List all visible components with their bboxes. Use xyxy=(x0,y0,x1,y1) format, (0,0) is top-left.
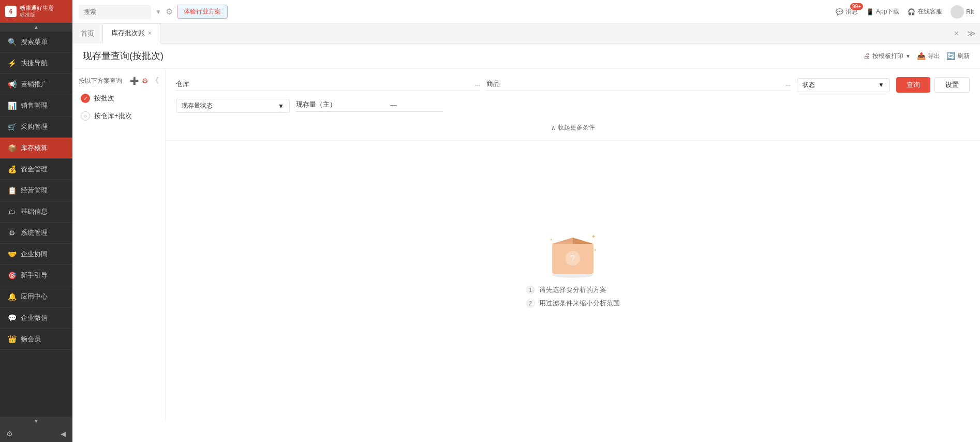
print-icon: 🖨 xyxy=(863,52,870,60)
purchase-icon: 🛒 xyxy=(7,122,17,131)
hint-text-2: 用过滤条件来缩小分析范围 xyxy=(539,299,620,308)
hint-text-1: 请先选择要分析的方案 xyxy=(539,285,606,294)
messages-action[interactable]: 💬 消息 99+ xyxy=(836,7,858,16)
sidebar-item-basic[interactable]: 🗂 基础信息 xyxy=(0,201,72,223)
sidebar-scroll-down[interactable]: ▼ xyxy=(0,417,72,425)
refresh-button[interactable]: 🔄 刷新 xyxy=(946,52,970,61)
inventory-qty-filter: 现存量（主） — xyxy=(296,100,442,112)
wechat-icon: 💬 xyxy=(7,313,17,322)
empty-hint-1: 1 请先选择要分析的方案 xyxy=(526,285,620,294)
inventory-status-dropdown-icon: ▼ xyxy=(278,102,284,110)
user-profile[interactable]: Rit xyxy=(951,5,974,19)
tab-panel-close-icon[interactable]: × xyxy=(950,27,963,40)
apps-icon: 🔔 xyxy=(7,292,17,301)
filter-settings-button[interactable]: 设置 xyxy=(934,77,970,93)
warehouse-more-icon[interactable]: ... xyxy=(475,80,480,87)
search-dropdown-icon[interactable]: ▼ xyxy=(155,8,161,16)
logo-icon: 6 xyxy=(5,6,17,17)
settings-gear-icon[interactable]: ⚙ xyxy=(6,430,13,438)
batch-scheme-icon: ✓ xyxy=(81,94,90,103)
user-name: Rit xyxy=(966,8,974,16)
operations-icon: 📋 xyxy=(7,186,17,195)
search-input[interactable] xyxy=(84,8,146,16)
left-panel-icons: ➕ ⚙ 《 xyxy=(130,76,159,85)
empty-illustration: ? ✦ ✦ ✦ xyxy=(542,223,604,275)
sidebar-item-inventory[interactable]: 📦 库存核算 xyxy=(0,138,72,159)
body-layout: 按以下方案查询 ➕ ⚙ 《 ✓ 按批次 ○ 按仓库+批次 xyxy=(72,69,980,421)
qty-dash: — xyxy=(390,101,397,109)
sidebar-item-finance[interactable]: 💰 资金管理 xyxy=(0,159,72,180)
scheme-item-by-warehouse-batch[interactable]: ○ 按仓库+批次 xyxy=(72,107,165,125)
export-button[interactable]: 📤 导出 xyxy=(917,52,940,61)
refresh-icon: 🔄 xyxy=(946,52,955,60)
app-download-action[interactable]: 📱 App下载 xyxy=(866,7,899,16)
product-more-icon[interactable]: ... xyxy=(785,80,791,87)
sidebar-item-marketing[interactable]: 📢 营销推广 xyxy=(0,74,72,95)
sidebar-item-label: 新手引导 xyxy=(21,271,48,280)
sidebar-item-label: 快捷导航 xyxy=(21,58,48,68)
sidebar-item-operations[interactable]: 📋 经营管理 xyxy=(0,180,72,201)
status-filter[interactable]: 状态 ▼ xyxy=(797,78,890,92)
sidebar-item-member[interactable]: 👑 畅会员 xyxy=(0,329,72,350)
company-name: 畅康通好生意 xyxy=(20,4,54,11)
tab-close-icon[interactable]: × xyxy=(148,30,152,37)
sidebar-scroll-up[interactable]: ▲ xyxy=(0,23,72,32)
inventory-qty-from[interactable] xyxy=(345,101,386,108)
collapse-sidebar-icon[interactable]: ◀ xyxy=(61,430,66,438)
warehouse-input[interactable] xyxy=(194,80,475,87)
sidebar-item-sales[interactable]: 📊 销售管理 xyxy=(0,95,72,116)
inventory-qty-to[interactable] xyxy=(401,101,442,108)
sidebar-item-quick-nav[interactable]: ⚡ 快捷导航 xyxy=(0,53,72,74)
sidebar-item-label: 营销推广 xyxy=(21,80,48,89)
sidebar-item-apps[interactable]: 🔔 应用中心 xyxy=(0,286,72,307)
tab-home[interactable]: 首页 xyxy=(72,24,103,43)
tab-inventory-batch[interactable]: 库存批次账 × xyxy=(103,24,160,43)
settings-scheme-icon[interactable]: ⚙ xyxy=(142,77,149,85)
query-button[interactable]: 查询 xyxy=(896,77,930,93)
page-actions: 🖨 按模板打印 ▼ 📤 导出 🔄 刷新 xyxy=(863,52,970,61)
message-badge: 99+ xyxy=(850,3,863,10)
search-box[interactable] xyxy=(79,5,151,19)
inventory-status-filter[interactable]: 现存量状态 ▼ xyxy=(176,99,290,113)
sidebar-header: 6 畅康通好生意 标准版 xyxy=(0,0,72,23)
empty-hints: 1 请先选择要分析的方案 2 用过滤条件来缩小分析范围 xyxy=(526,285,620,308)
marketing-icon: 📢 xyxy=(7,80,17,89)
sales-icon: 📊 xyxy=(7,101,17,110)
tab-expand-icon[interactable]: ≫ xyxy=(967,28,976,38)
left-panel: 按以下方案查询 ➕ ⚙ 《 ✓ 按批次 ○ 按仓库+批次 xyxy=(72,69,166,421)
svg-text:?: ? xyxy=(571,254,575,263)
sidebar-item-label: 销售管理 xyxy=(21,101,48,110)
scheme-item-by-batch[interactable]: ✓ 按批次 xyxy=(72,90,165,107)
empty-hint-2: 2 用过滤条件来缩小分析范围 xyxy=(526,299,620,308)
trial-button[interactable]: 体验行业方案 xyxy=(177,5,228,19)
sidebar-item-purchase[interactable]: 🛒 采购管理 xyxy=(0,116,72,138)
collapse-panel-icon[interactable]: 《 xyxy=(152,76,159,85)
topbar: ▼ ⚙ 体验行业方案 💬 消息 99+ 📱 App下载 🎧 在线客服 Rit xyxy=(72,0,980,24)
tabbar-right: × ≫ xyxy=(950,27,980,40)
export-label: 导出 xyxy=(928,52,940,61)
svg-text:✦: ✦ xyxy=(593,248,597,253)
sidebar-item-collab[interactable]: 🤝 企业协同 xyxy=(0,244,72,265)
sidebar-item-search[interactable]: 🔍 搜索菜单 xyxy=(0,32,72,53)
main-area: ▼ ⚙ 体验行业方案 💬 消息 99+ 📱 App下载 🎧 在线客服 Rit xyxy=(72,0,980,442)
sidebar-item-label: 资金管理 xyxy=(21,165,48,174)
online-service-action[interactable]: 🎧 在线客服 xyxy=(908,7,942,16)
add-scheme-icon[interactable]: ➕ xyxy=(130,77,139,85)
print-dropdown-icon[interactable]: ▼ xyxy=(905,53,911,59)
collab-icon: 🤝 xyxy=(7,249,17,259)
sidebar-item-label: 畅会员 xyxy=(21,334,41,344)
filter-actions: 查询 设置 xyxy=(896,77,970,93)
service-label: 在线客服 xyxy=(917,7,942,16)
tab-home-label: 首页 xyxy=(81,29,94,38)
version-label: 标准版 xyxy=(20,11,54,19)
quick-nav-icon: ⚡ xyxy=(7,58,17,68)
hint-number-2: 2 xyxy=(526,299,535,308)
print-template-button[interactable]: 🖨 按模板打印 ▼ xyxy=(863,52,911,61)
inventory-status-label: 现存量状态 xyxy=(182,101,213,110)
sidebar-item-system[interactable]: ⚙ 系统管理 xyxy=(0,223,72,244)
sidebar-item-wechat[interactable]: 💬 企业微信 xyxy=(0,307,72,329)
collapse-row[interactable]: ∧ 收起更多条件 xyxy=(176,119,970,132)
product-input[interactable] xyxy=(504,80,785,87)
settings-icon[interactable]: ⚙ xyxy=(166,7,173,17)
sidebar-item-newbie[interactable]: 🎯 新手引导 xyxy=(0,265,72,286)
